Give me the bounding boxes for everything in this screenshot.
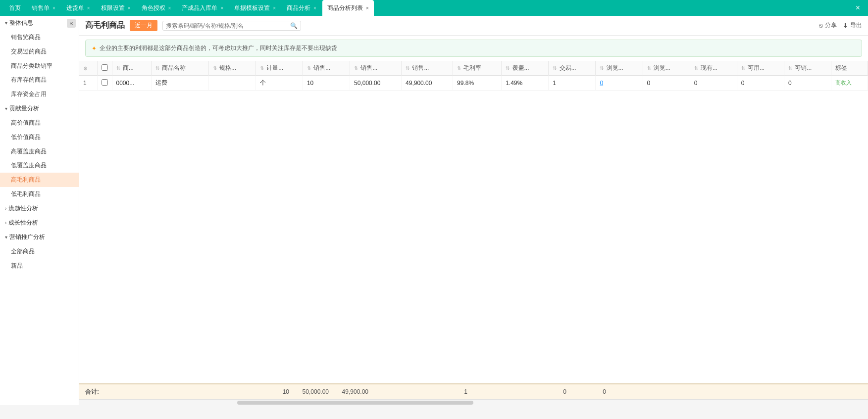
total-values: 10 50,000.00 49,900.00 1 0 0 [105, 388, 862, 395]
cell-saleable: 0 [784, 76, 831, 91]
nav-home[interactable]: 首页 [4, 0, 26, 16]
nav-permission[interactable]: 权限设置 × [96, 0, 136, 16]
sidebar-item-new-goods[interactable]: 新品 [0, 259, 79, 273]
sidebar-section-trend[interactable]: › 流趋性分析 [0, 201, 79, 216]
close-finished-goods-tab[interactable]: × [220, 5, 223, 11]
col-browse1[interactable]: ⇅ 浏览... [596, 61, 643, 76]
cell-name: 运费 [151, 76, 208, 91]
table-row: 1 0000... 运费 个 10 50,000.00 49,900.00 99… [79, 76, 868, 91]
sidebar-item-stock-capital[interactable]: 库存资金占用 [0, 87, 79, 101]
col-unit[interactable]: ⇅ 计量... [255, 61, 303, 76]
nav-template[interactable]: 单据模板设置 × [229, 0, 281, 16]
search-input[interactable] [166, 22, 290, 29]
sidebar-item-low-margin[interactable]: 低毛利商品 [0, 187, 79, 201]
nav-analysis-list[interactable]: 商品分析列表 × [322, 0, 374, 16]
browse1-link[interactable]: 0 [600, 80, 603, 87]
sidebar-item-all-goods[interactable]: 全部商品 [0, 244, 79, 259]
sidebar-section-marketing[interactable]: ▾ 营销推广分析 [0, 230, 79, 244]
close-permission-tab[interactable]: × [128, 5, 131, 11]
col-sales-profit[interactable]: ⇅ 销售... [402, 61, 453, 76]
row-checkbox[interactable] [102, 79, 108, 86]
header-actions: ⎋ 分享 ⬇ 导出 [819, 21, 862, 30]
total-cell-placeholder1 [105, 388, 254, 395]
col-checkbox-header[interactable] [97, 61, 112, 76]
nav-analysis[interactable]: 商品分析 × [282, 0, 321, 16]
close-analysis-list-tab[interactable]: × [366, 5, 369, 11]
col-usable[interactable]: ⇅ 可用... [737, 61, 784, 76]
close-template-tab[interactable]: × [273, 5, 276, 11]
nav-sales[interactable]: 销售单 × [27, 0, 60, 16]
close-analysis-tab[interactable]: × [313, 5, 316, 11]
search-box: 🔍 [162, 21, 301, 31]
col-coverage[interactable]: ⇅ 覆盖... [502, 61, 549, 76]
cell-usable: 0 [737, 76, 784, 91]
sidebar-item-low-value[interactable]: 低价值商品 [0, 130, 79, 144]
close-role-tab[interactable]: × [168, 5, 171, 11]
sort-icon-sales-qty: ⇅ [307, 65, 311, 71]
sidebar-collapse-button[interactable]: « [67, 19, 76, 28]
select-all-checkbox[interactable] [102, 64, 108, 71]
collapse-arrow-overall: ▾ [5, 20, 7, 26]
cell-checkbox[interactable] [97, 76, 112, 91]
nav-role[interactable]: 角色授权 × [137, 0, 176, 16]
data-table: ⚙ ⇅ 商... ⇅ 商品名称 [79, 61, 868, 91]
col-transactions[interactable]: ⇅ 交易... [549, 61, 596, 76]
export-icon: ⬇ [843, 22, 848, 29]
scrollbar-thumb[interactable] [237, 401, 474, 405]
sort-icon-transactions: ⇅ [553, 65, 557, 71]
col-sales-amount[interactable]: ⇅ 销售... [350, 61, 402, 76]
sidebar-item-traded-goods[interactable]: 交易过的商品 [0, 45, 79, 59]
sidebar-item-high-margin[interactable]: 高毛利商品 [0, 173, 79, 187]
col-browse2[interactable]: ⇅ 浏览... [643, 61, 690, 76]
search-icon[interactable]: 🔍 [290, 22, 298, 29]
sort-icon-spec: ⇅ [213, 65, 217, 71]
sort-icon-usable: ⇅ [741, 65, 745, 71]
cell-sku-code: 0000... [112, 76, 151, 91]
sort-icon-available: ⇅ [694, 65, 698, 71]
total-cell-placeholder2 [372, 388, 402, 395]
total-cell-placeholder5 [501, 388, 531, 395]
nav-purchase[interactable]: 进货单 × [61, 0, 95, 16]
sort-icon-saleable: ⇅ [788, 65, 792, 71]
col-name[interactable]: ⇅ 商品名称 [151, 61, 208, 76]
share-button[interactable]: ⎋ 分享 [819, 21, 837, 30]
sort-icon-coverage: ⇅ [506, 65, 510, 71]
col-saleable[interactable]: ⇅ 可销... [784, 61, 831, 76]
nav-finished-goods[interactable]: 产成品入库单 × [177, 0, 228, 16]
sidebar-item-in-stock[interactable]: 有库存的商品 [0, 73, 79, 87]
sidebar-item-sales-goods[interactable]: 销售览商品 [0, 30, 79, 45]
info-banner: ✦ 企业的主要的利润都是这部分商品创造的，可考虑加大推广，同时关注库存是不要出现… [85, 40, 862, 57]
sidebar-section-contribution[interactable]: ▾ 贡献量分析 [0, 101, 79, 116]
collapse-arrow-contribution: ▾ [5, 106, 7, 111]
sidebar-item-high-coverage[interactable]: 高覆盖度商品 [0, 144, 79, 159]
close-window-button[interactable]: × [852, 3, 864, 12]
total-sales-profit: 49,900.00 [333, 388, 372, 395]
content-header: 高毛利商品 近一月 🔍 ⎋ 分享 ⬇ 导出 [79, 16, 868, 36]
cell-no: 1 [79, 76, 97, 91]
cell-sales-profit: 49,900.00 [402, 76, 453, 91]
col-sku-code[interactable]: ⇅ 商... [112, 61, 151, 76]
close-purchase-tab[interactable]: × [87, 5, 90, 11]
col-sales-qty[interactable]: ⇅ 销售... [303, 61, 350, 76]
cell-transactions: 1 [549, 76, 596, 91]
sidebar-item-low-coverage[interactable]: 低覆盖度商品 [0, 158, 79, 173]
filter-period-button[interactable]: 近一月 [130, 20, 157, 31]
table-header-row: ⚙ ⇅ 商... ⇅ 商品名称 [79, 61, 868, 76]
main-area: ▾ 整体信息 销售览商品 交易过的商品 商品分类助销率 有库存的商品 库存资金占… [0, 16, 868, 405]
sort-icon-sku: ⇅ [116, 65, 120, 71]
sidebar-section-growth[interactable]: › 成长性分析 [0, 216, 79, 230]
col-spec[interactable]: ⇅ 规格... [208, 61, 255, 76]
sidebar-item-high-value[interactable]: 高价值商品 [0, 116, 79, 130]
cell-available: 0 [690, 76, 737, 91]
data-table-wrapper: ⚙ ⇅ 商... ⇅ 商品名称 [79, 61, 868, 383]
horizontal-scrollbar[interactable] [79, 399, 868, 405]
close-sales-tab[interactable]: × [52, 5, 55, 11]
export-button[interactable]: ⬇ 导出 [843, 21, 862, 30]
tag-label: 高收入 [835, 80, 852, 86]
cell-browse1[interactable]: 0 [596, 76, 643, 91]
col-tag[interactable]: 标签 [831, 61, 868, 76]
sidebar-item-category-sales-rate[interactable]: 商品分类助销率 [0, 59, 79, 73]
col-gross-margin[interactable]: ⇅ 毛利率 [453, 61, 502, 76]
col-available[interactable]: ⇅ 现有... [690, 61, 737, 76]
cell-browse2: 0 [643, 76, 690, 91]
